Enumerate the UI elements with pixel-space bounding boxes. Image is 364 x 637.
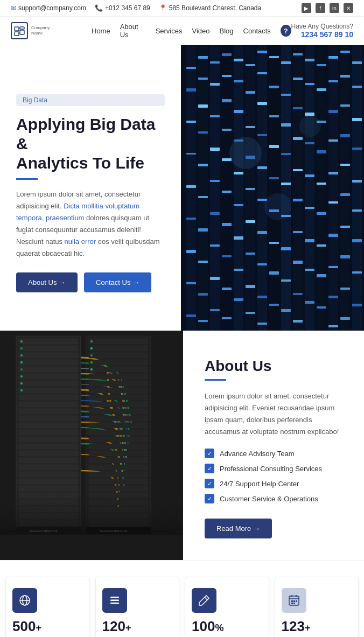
svg-rect-217 xyxy=(89,444,148,449)
svg-rect-179 xyxy=(19,423,78,428)
svg-rect-78 xyxy=(257,102,267,105)
linkedin-icon[interactable]: in xyxy=(330,3,339,13)
about-divider xyxy=(205,379,226,381)
svg-rect-106 xyxy=(293,107,303,109)
svg-rect-93 xyxy=(269,271,279,275)
nav-about[interactable]: About Us xyxy=(120,23,146,39)
svg-rect-33 xyxy=(198,164,208,166)
svg-rect-187 xyxy=(19,479,78,484)
svg-rect-43 xyxy=(210,180,220,182)
svg-rect-155 xyxy=(352,148,362,150)
svg-rect-45 xyxy=(210,244,220,247)
svg-rect-68 xyxy=(246,91,255,94)
svg-rect-56 xyxy=(222,288,232,290)
svg-rect-188 xyxy=(19,486,78,491)
list-icon xyxy=(108,594,121,607)
svg-rect-60 xyxy=(234,110,243,113)
youtube-icon[interactable]: ▶ xyxy=(302,3,311,13)
svg-rect-146 xyxy=(340,164,350,166)
navbar: Company Name Home About Us Services Vide… xyxy=(0,17,364,45)
svg-rect-6 xyxy=(198,45,208,331)
nav-blog[interactable]: Blog xyxy=(220,27,234,35)
facebook-icon[interactable]: f xyxy=(316,3,325,13)
svg-rect-148 xyxy=(340,226,350,228)
svg-point-198 xyxy=(20,368,23,370)
svg-rect-30 xyxy=(198,78,208,80)
about-us-button[interactable]: About Us → xyxy=(16,272,78,292)
about-content: About Us Lorem ipsum dolor sit amet, con… xyxy=(183,331,364,560)
hero-link-1[interactable]: Dicta mollitia voluptatum tempora, praes… xyxy=(16,202,139,222)
svg-rect-172 xyxy=(19,374,78,379)
svg-rect-159 xyxy=(352,271,362,274)
svg-rect-153 xyxy=(352,86,362,88)
svg-rect-44 xyxy=(210,212,220,215)
svg-rect-156 xyxy=(352,180,362,183)
svg-rect-111 xyxy=(293,261,303,264)
svg-rect-58 xyxy=(234,59,243,61)
stat-card-2: 120+ Click on the text in the block and … xyxy=(95,577,180,637)
svg-rect-34 xyxy=(198,196,208,198)
svg-rect-218 xyxy=(89,451,148,456)
svg-rect-212 xyxy=(89,409,148,414)
svg-rect-48 xyxy=(222,53,232,56)
svg-rect-202 xyxy=(89,339,148,344)
svg-rect-85 xyxy=(257,323,267,325)
svg-point-233 xyxy=(90,368,93,370)
nav-contacts[interactable]: Contacts xyxy=(243,27,271,35)
svg-rect-135 xyxy=(328,139,338,142)
svg-rect-152 xyxy=(352,61,362,64)
svg-rect-73 xyxy=(246,253,255,255)
svg-rect-32 xyxy=(198,131,208,134)
svg-rect-37 xyxy=(198,293,208,296)
svg-rect-158 xyxy=(352,239,362,242)
help-button[interactable]: ? xyxy=(281,25,291,37)
svg-rect-222 xyxy=(89,479,148,484)
svg-rect-205 xyxy=(89,360,148,365)
svg-rect-7 xyxy=(210,45,220,331)
svg-rect-53 xyxy=(222,191,232,193)
check-icon-3: ✓ xyxy=(205,479,214,488)
svg-rect-0 xyxy=(15,27,19,31)
svg-rect-127 xyxy=(317,183,326,185)
nav-home[interactable]: Home xyxy=(92,27,110,35)
svg-rect-168 xyxy=(19,346,78,351)
contact-us-button[interactable]: Contact Us → xyxy=(84,272,151,292)
svg-rect-157 xyxy=(352,209,362,212)
svg-point-200 xyxy=(20,382,23,384)
svg-rect-242 xyxy=(110,597,119,598)
svg-rect-1 xyxy=(20,27,24,29)
nav-services[interactable]: Services xyxy=(156,27,183,35)
email-contact: ✉ support@company.com xyxy=(11,4,86,12)
read-more-button[interactable]: Read More → xyxy=(205,519,272,538)
svg-rect-21 xyxy=(186,88,196,92)
svg-rect-220 xyxy=(89,465,148,470)
stat-number-4: 123+ xyxy=(282,618,352,635)
svg-rect-51 xyxy=(222,129,232,131)
svg-rect-31 xyxy=(198,104,208,108)
svg-rect-47 xyxy=(210,309,220,311)
svg-rect-251 xyxy=(293,600,295,602)
svg-rect-89 xyxy=(269,145,279,148)
svg-rect-72 xyxy=(246,220,255,223)
svg-rect-3 xyxy=(15,32,19,36)
svg-rect-119 xyxy=(305,207,314,209)
svg-rect-55 xyxy=(222,255,232,257)
svg-rect-176 xyxy=(19,402,78,407)
svg-rect-42 xyxy=(210,148,220,151)
nav-video[interactable]: Video xyxy=(192,27,210,35)
logo-text: Company Name xyxy=(31,25,50,36)
hero-buttons: About Us → Contact Us → xyxy=(16,272,165,292)
svg-point-201 xyxy=(20,389,23,391)
hero-link-2[interactable]: nulla error xyxy=(65,237,96,246)
twitter-icon[interactable]: ✕ xyxy=(344,3,353,13)
svg-rect-9 xyxy=(234,45,243,331)
hero-section: Big Data Applying Big Data &Analytics To… xyxy=(0,45,364,331)
svg-rect-35 xyxy=(198,228,208,232)
server-svg: SERVER RACK 01 SERVER RACK 02 xyxy=(0,331,183,535)
svg-text:SERVER RACK 02: SERVER RACK 02 xyxy=(100,529,128,533)
svg-rect-110 xyxy=(293,231,303,233)
svg-rect-46 xyxy=(210,277,220,280)
check-icon-2: ✓ xyxy=(205,464,214,473)
svg-rect-75 xyxy=(246,312,255,314)
svg-rect-27 xyxy=(186,282,196,284)
